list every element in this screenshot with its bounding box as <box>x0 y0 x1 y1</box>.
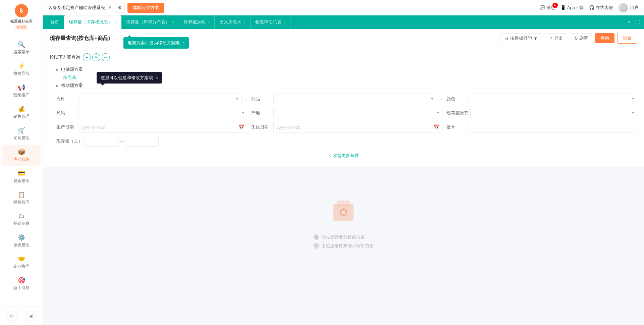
tab-minimize-button[interactable]: ⛶ <box>634 18 641 26</box>
sidebar-item-guide[interactable]: 🎯 新手引导 <box>2 273 41 294</box>
calendar-icon: 📅 <box>238 124 244 130</box>
tab-batch-ledger[interactable]: 库存批次账 × <box>179 15 215 29</box>
app-download-button[interactable]: 📱 App下载 <box>560 5 584 11</box>
print-button[interactable]: 🖨 按模板打印 ▼ <box>500 33 542 43</box>
tab-close-icon[interactable]: × <box>172 20 174 24</box>
tree-expand-icon: ▶ <box>56 68 59 71</box>
filter-actions: + ✏ ← <box>83 53 110 61</box>
tab-receive-summary[interactable]: 收发存汇总表 × <box>251 15 290 29</box>
product-more-icon[interactable]: ··· <box>438 96 442 102</box>
logo-icon: 6 <box>15 4 28 17</box>
product-label: 商品 <box>251 96 271 102</box>
sidebar-logo: 6 畅通道好生意 标准版 <box>0 0 43 34</box>
production-date-input[interactable]: yyyy-mm-dd 📅 <box>78 122 247 132</box>
sidebar-item-label: 营销推广 <box>13 92 30 98</box>
tab-close-icon[interactable]: × <box>283 20 285 24</box>
sidebar-settings-button[interactable]: ⚙ <box>7 311 17 321</box>
stock-status-select[interactable] <box>470 108 637 118</box>
expiry-date-input[interactable]: yyyy-mm-dd 📅 <box>273 122 442 132</box>
header-settings-button[interactable]: ⚙ <box>115 3 125 13</box>
tab-close-icon[interactable]: × <box>243 20 245 24</box>
production-date-field: 生产日期 yyyy-mm-dd 📅 <box>56 122 247 132</box>
sidebar-item-inventory[interactable]: 📦 库存核算 <box>2 145 41 166</box>
sidebar-item-operations[interactable]: 📋 经营管理 <box>2 188 41 209</box>
trial-button[interactable]: 体验行业方案 <box>127 3 164 13</box>
tab-close-all-button[interactable]: × <box>627 18 632 26</box>
back-scheme-button[interactable]: ← <box>102 53 110 61</box>
marketing-icon: 📢 <box>18 84 25 91</box>
stock-range-input: — <box>85 136 637 147</box>
empty-tips: 1 请先选择要分析的方案 2 用过滤条件来缩小分析范围 <box>313 234 374 249</box>
batch-no-input[interactable] <box>469 122 637 132</box>
color-label: 颜色 <box>446 96 467 102</box>
stock-status-select-wrapper <box>470 108 637 118</box>
sidebar-item-sales[interactable]: 💰 销售管理 <box>2 102 41 123</box>
expiry-date-field: 失效日期 yyyy-mm-dd 📅 <box>251 122 442 132</box>
notification-button[interactable]: 💬 消息 6 <box>540 5 555 11</box>
tab-actions: × ⛶ <box>627 18 641 26</box>
finance-icon: 💳 <box>18 170 25 177</box>
sidebar-item-system[interactable]: ⚙️ 系统管理 <box>2 230 41 251</box>
stock-range-from[interactable] <box>85 136 118 147</box>
sidebar-collapse-button[interactable]: ◀ <box>25 311 36 321</box>
sidebar-item-quicknav[interactable]: ⚡ 快捷导航 <box>2 59 41 80</box>
header-left: 装备及固定资产辅助管理系统 ▼ ⚙ 体验行业方案 <box>48 3 164 13</box>
sidebar-item-label: 销售管理 <box>13 114 30 119</box>
print-icon: 🖨 <box>504 36 509 41</box>
sidebar-item-purchase[interactable]: 🛒 采购管理 <box>2 123 41 144</box>
tip-number-1: 1 <box>313 234 319 240</box>
warehouse-select-wrapper <box>78 94 241 104</box>
size-select-wrapper <box>78 108 247 118</box>
notification-icon: 💬 <box>540 5 545 10</box>
filter-section: 按以下方案查询 + ✏ ← 电脑方案可设为移动方案哦 × 这里可以创建和修改方案… <box>43 48 644 167</box>
export-button[interactable]: ↗ 导出 <box>545 33 567 43</box>
tooltip2-close-button[interactable]: × <box>156 75 158 80</box>
sidebar-item-basic[interactable]: 🗂 基础信息 <box>2 209 41 230</box>
sidebar-item-search[interactable]: 🔍 搜索菜单 <box>2 38 41 58</box>
tooltip-close-button[interactable]: × <box>182 41 185 45</box>
filter-header: 按以下方案查询 + ✏ ← 电脑方案可设为移动方案哦 × 这里可以创建和修改方案… <box>50 53 637 61</box>
tab-close-icon[interactable]: × <box>208 20 210 24</box>
filter-row-1: 仓库 ··· 商品 <box>56 94 637 104</box>
empty-tip-2: 2 用过滤条件来缩小分析范围 <box>313 243 374 249</box>
tab-in-out-flow[interactable]: 出入库流水 × <box>215 15 250 29</box>
stock-range-to[interactable] <box>125 136 159 147</box>
phone-icon: 📱 <box>560 5 566 10</box>
edit-scheme-button[interactable]: ✏ <box>92 53 100 61</box>
collapse-icon: ∧ <box>328 153 331 158</box>
top-header: 装备及固定资产辅助管理系统 ▼ ⚙ 体验行业方案 💬 消息 6 📱 App下载 … <box>43 0 644 15</box>
logo-badge: 标准版 <box>15 24 28 30</box>
online-service-button[interactable]: 🎧 在线客服 <box>589 5 613 11</box>
color-select[interactable] <box>469 94 637 104</box>
tab-inventory-status[interactable]: 现存量（库存状况表） × <box>64 15 121 29</box>
sidebar-item-finance[interactable]: 💳 资金管理 <box>2 166 41 187</box>
sidebar-item-label: 采购管理 <box>13 135 30 141</box>
product-select[interactable] <box>273 94 436 104</box>
tab-home[interactable]: 首页 <box>46 15 64 29</box>
query-button[interactable]: 查询 <box>595 33 614 43</box>
tooltip-scheme-mobile: 电脑方案可设为移动方案哦 × <box>123 37 189 49</box>
sidebar-item-label: 基础信息 <box>13 221 30 226</box>
user-menu-button[interactable]: 用户 <box>619 3 639 12</box>
collapse-more-button[interactable]: ∧ 收起更多条件 <box>50 150 637 161</box>
tab-inventory-distribution[interactable]: 现存量（库存分布表） × <box>121 15 179 29</box>
tooltip-scheme-create: 这里可以创建和修改方案哦 × <box>97 72 162 84</box>
origin-select[interactable] <box>273 108 442 118</box>
add-scheme-button[interactable]: + <box>83 53 91 61</box>
origin-field: 产地 <box>251 108 442 118</box>
tab-close-icon[interactable]: × <box>114 20 116 24</box>
stock-quantity-field: 现存量（主） — <box>56 136 637 147</box>
warehouse-more-icon[interactable]: ··· <box>244 96 248 102</box>
settings-button[interactable]: 设置 <box>617 33 637 44</box>
size-select[interactable] <box>78 108 247 118</box>
sidebar-item-enterprise[interactable]: 🤝 企业协同 <box>2 252 41 273</box>
sidebar-item-marketing[interactable]: 📢 营销推广 <box>2 80 41 101</box>
filter-title: 按以下方案查询 <box>50 54 80 60</box>
refresh-button[interactable]: ↻ 刷新 <box>570 33 592 43</box>
export-icon: ↗ <box>549 36 553 41</box>
color-field: 颜色 <box>446 94 637 104</box>
scheme-mobile-label: 移动端方案 <box>61 83 83 89</box>
warehouse-select[interactable] <box>78 94 241 104</box>
size-field: 尺码 <box>56 108 247 118</box>
page-content: 现存量查询(按仓库+商品) 🖨 按模板打印 ▼ ↗ 导出 ↻ 刷新 查询 设置 <box>43 29 644 325</box>
